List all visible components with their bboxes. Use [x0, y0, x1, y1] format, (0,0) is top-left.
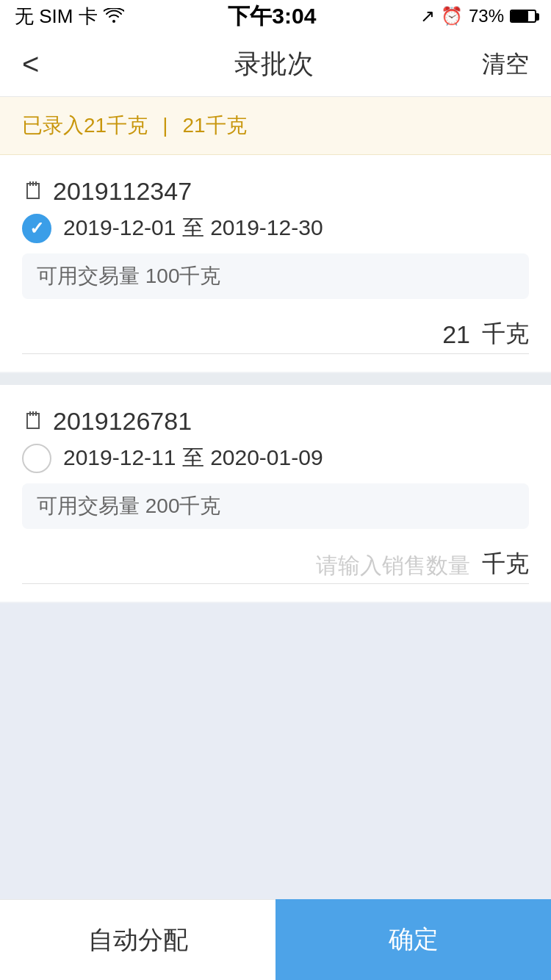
item-2-unit: 千克	[482, 548, 529, 580]
recorded-amount: 已录入21千克	[22, 112, 148, 140]
item-2-header: 🗒 2019126781	[22, 407, 529, 436]
status-left: 无 SIM 卡	[15, 4, 124, 29]
status-bar: 无 SIM 卡 下午3:04 ↗ ⏰ 73%	[0, 0, 551, 32]
total-amount: 21千克	[182, 112, 246, 140]
batch-item-1: 🗒 2019112347 2019-12-01 至 2019-12-30 可用交…	[0, 155, 551, 372]
empty-area	[0, 603, 551, 926]
battery-icon	[510, 10, 536, 23]
location-icon: ↗	[420, 6, 435, 26]
radio-2[interactable]	[22, 444, 51, 473]
item-2-quantity-input[interactable]	[158, 550, 470, 579]
page-title: 录批次	[234, 46, 314, 82]
nav-bar: < 录批次 清空	[0, 32, 551, 97]
back-button[interactable]: <	[22, 48, 66, 81]
radio-1[interactable]	[22, 214, 51, 243]
alarm-icon: ⏰	[441, 6, 463, 26]
doc-number-2: 2019126781	[53, 407, 192, 436]
item-1-header: 🗒 2019112347	[22, 177, 529, 206]
section-separator	[0, 373, 551, 385]
item-2-input-row: 千克	[22, 536, 529, 584]
status-time: 下午3:04	[228, 1, 316, 32]
clear-button[interactable]: 清空	[482, 48, 529, 81]
item-1-unit: 千克	[482, 318, 529, 350]
doc-icon-1: 🗒	[22, 178, 46, 205]
item-2-date: 2019-12-11 至 2020-01-09	[63, 443, 323, 473]
info-divider: |	[162, 114, 168, 137]
bottom-bar: 自动分配 确定	[0, 899, 551, 980]
item-1-quantity-input[interactable]	[158, 320, 470, 349]
auto-distribute-button[interactable]: 自动分配	[0, 899, 276, 980]
sim-text: 无 SIM 卡	[15, 4, 98, 29]
item-1-date-row: 2019-12-01 至 2019-12-30	[22, 213, 529, 243]
batch-item-2: 🗒 2019126781 2019-12-11 至 2020-01-09 可用交…	[0, 385, 551, 602]
confirm-button[interactable]: 确定	[276, 899, 551, 980]
wifi-icon	[104, 5, 124, 28]
battery-percent: 73%	[469, 6, 504, 26]
item-2-date-row: 2019-12-11 至 2020-01-09	[22, 443, 529, 473]
doc-icon-2: 🗒	[22, 408, 46, 435]
info-banner: 已录入21千克 | 21千克	[0, 97, 551, 155]
status-right: ↗ ⏰ 73%	[420, 6, 536, 26]
doc-number-1: 2019112347	[53, 177, 192, 206]
item-1-avail: 可用交易量 100千克	[22, 253, 529, 299]
item-1-input-row: 千克	[22, 306, 529, 354]
item-1-date: 2019-12-01 至 2019-12-30	[63, 213, 323, 243]
item-2-avail: 可用交易量 200千克	[22, 483, 529, 529]
